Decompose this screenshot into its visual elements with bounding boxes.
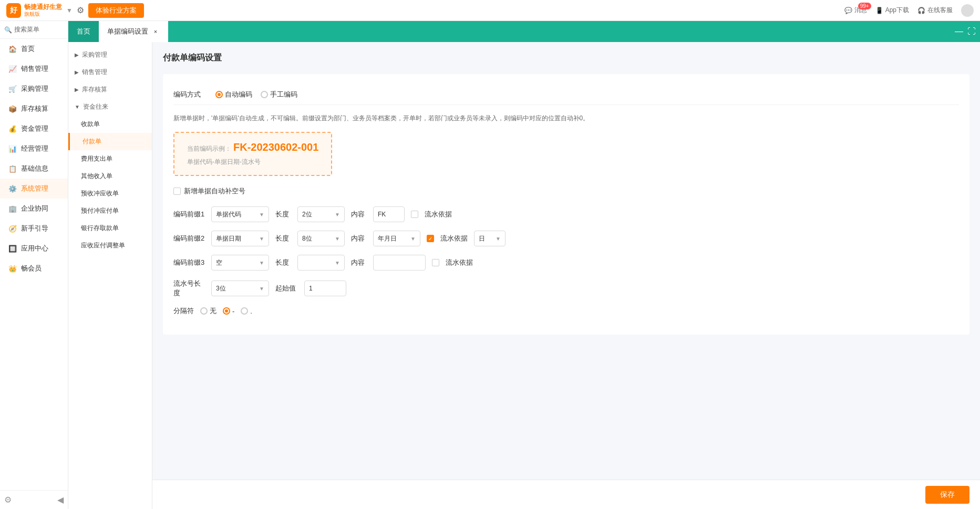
manual-code-label: 手工编码 [270,90,297,99]
sub-menu-item-expense[interactable]: 费用支出单 [68,150,152,168]
tab-active[interactable]: 单据编码设置 × [99,21,168,42]
app-download-item[interactable]: 📱 App下载 [875,6,909,15]
prefix2-watermark-unit: 日 [479,234,485,243]
auto-fill-row: 新增单据自动补空号 [173,186,959,196]
sidebar-search[interactable]: 🔍 搜索菜单 [0,21,68,39]
sub-menu-item-payment[interactable]: 付款单 [68,133,152,150]
prefix1-content-input[interactable]: FK [373,206,405,222]
content-area: 首页 单据编码设置 × — ⛶ ▶ 采购管理 [68,21,980,509]
radio-auto-code[interactable]: 自动编码 [215,90,252,99]
preview-box: 当前编码示例： FK-20230602-001 单据代码-单据日期-流水号 [173,132,332,176]
prefix2-watermark-checkbox[interactable]: ✓ [427,235,434,242]
sub-menu-header-inventory[interactable]: ▶ 库存核算 [68,81,152,98]
sub-menu-item-advance-recv[interactable]: 预收冲应收单 [68,185,152,202]
sidebar-bottom: ⚙ ◀ [0,490,68,509]
encoding-method-row: 编码方式 自动编码 手工编码 [173,85,959,105]
sep-dash-option[interactable]: - [223,307,234,315]
sub-menu-item-advance-pay[interactable]: 预付冲应付单 [68,202,152,220]
sidebar-item-vip[interactable]: 👑 畅会员 [0,258,68,278]
prefix1-label: 编码前缀1 [173,210,205,219]
sub-menu-item-receipt[interactable]: 收款单 [68,116,152,133]
arrow-right-icon: ▶ [75,52,79,58]
sidebar-item-operations[interactable]: 📊 经营管理 [0,139,68,159]
sidebar-item-label: 资金管理 [21,124,48,133]
sub-menu-group-inventory: ▶ 库存核算 [68,81,152,98]
sub-menu-group-finance: ▼ 资金往来 收款单 付款单 费用支出单 其他收入单 预收冲应收单 预付冲应付单… [68,98,152,254]
sep-dot-option[interactable]: . [241,307,252,315]
prefix2-select[interactable]: 单据日期 ▼ [211,231,269,246]
sub-menu-item-bank[interactable]: 银行存取款单 [68,220,152,237]
messages-item[interactable]: 💬 消息 99+ [844,6,867,15]
auto-code-label: 自动编码 [225,90,252,99]
collapse-icon[interactable]: ◀ [57,495,64,505]
chevron-down-icon: ▼ [335,260,340,266]
sidebar-item-enterprise[interactable]: 🏢 企业协同 [0,199,68,219]
sales-icon: 📈 [8,65,17,73]
tab-close-icon[interactable]: × [151,27,160,36]
sidebar-item-apps[interactable]: 🔲 应用中心 [0,238,68,258]
prefix1-watermark-checkbox[interactable] [411,211,418,218]
prefix3-length-label: 长度 [275,258,289,267]
tab-maximize-icon[interactable]: ⛶ [967,27,976,36]
tab-bar: 首页 单据编码设置 × — ⛶ [68,21,980,42]
prefix3-watermark-checkbox[interactable] [432,259,439,266]
sidebar-item-system[interactable]: ⚙️ 系统管理 [0,179,68,199]
vip-icon: 👑 [8,264,17,273]
prefix1-content-label: 内容 [351,210,365,219]
sub-menu-item-other-income[interactable]: 其他收入单 [68,168,152,185]
prefix3-length-select[interactable]: ▼ [297,255,345,271]
sidebar-item-home[interactable]: 🏠 首页 [0,39,68,59]
sub-menu-header-sales[interactable]: ▶ 销售管理 [68,64,152,81]
sub-menu-label: 采购管理 [82,50,107,59]
main-content: 付款单编码设置 编码方式 自动编码 [152,42,980,509]
save-button[interactable]: 保存 [925,486,969,504]
sidebar-item-sales[interactable]: 📈 销售管理 [0,59,68,79]
serial-length-select[interactable]: 3位 ▼ [211,281,269,296]
online-service-item[interactable]: 🎧 在线客服 [917,6,953,15]
sep-none-option[interactable]: 无 [200,306,216,316]
auto-fill-checkbox[interactable] [173,188,181,195]
preview-desc: 单据代码-单据日期-流水号 [187,158,318,167]
prefix3-select[interactable]: 空 ▼ [211,255,269,271]
sep-dot-radio [241,307,248,315]
tab-home[interactable]: 首页 [68,21,99,42]
sub-menu-group-purchase: ▶ 采购管理 [68,46,152,64]
prefix3-content-input[interactable] [373,255,426,271]
logo-text-line1: 畅捷通好生意 [24,3,62,11]
sidebar-item-finance[interactable]: 💰 资金管理 [0,119,68,139]
user-avatar[interactable] [961,4,974,17]
start-value: 1 [309,285,313,292]
sidebar-item-basics[interactable]: 📋 基础信息 [0,159,68,179]
sidebar-item-inventory[interactable]: 📦 库存核算 [0,99,68,119]
prefix1-value: 单据代码 [216,210,241,219]
prefix2-watermark-unit-select[interactable]: 日 ▼ [474,231,506,246]
radio-manual-code[interactable]: 手工编码 [261,90,297,99]
sub-menu-item-adjustment[interactable]: 应收应付调整单 [68,237,152,254]
sub-menu-header-purchase[interactable]: ▶ 采购管理 [68,46,152,64]
prefix1-select[interactable]: 单据代码 ▼ [211,206,269,222]
chevron-down-icon: ▼ [335,236,340,242]
sub-menu-header-finance[interactable]: ▼ 资金往来 [68,98,152,116]
bottom-bar: 保存 [152,480,980,509]
start-value-input[interactable]: 1 [304,281,346,296]
sidebar-item-guide[interactable]: 🧭 新手引导 [0,219,68,238]
sidebar: 🔍 搜索菜单 🏠 首页 📈 销售管理 🛒 采购管理 📦 库存核算 💰 [0,21,68,509]
prefix1-length-select[interactable]: 2位 ▼ [297,206,345,222]
prefix2-label: 编码前缀2 [173,234,205,243]
sidebar-item-label: 销售管理 [21,64,48,74]
prefix2-length-value: 8位 [302,234,312,243]
chevron-down-icon: ▼ [259,236,264,242]
gear-icon[interactable]: ⚙ [77,5,84,15]
prefix2-content-select[interactable]: 年月日 ▼ [373,231,420,246]
logo-area: 好 畅捷通好生意 旗舰版 [6,3,62,18]
sidebar-item-purchase[interactable]: 🛒 采购管理 [0,79,68,99]
sidebar-item-label: 经营管理 [21,144,48,153]
sep-dot-label: . [250,307,252,315]
prefix2-length-select[interactable]: 8位 ▼ [297,231,345,246]
sidebar-item-label: 首页 [21,44,35,54]
tab-minimize-icon[interactable]: — [955,27,963,36]
settings-icon[interactable]: ⚙ [4,495,12,505]
trial-button[interactable]: 体验行业方案 [88,3,144,18]
chevron-down-icon[interactable]: ▼ [66,7,73,14]
main-layout: 🔍 搜索菜单 🏠 首页 📈 销售管理 🛒 采购管理 📦 库存核算 💰 [0,21,980,509]
